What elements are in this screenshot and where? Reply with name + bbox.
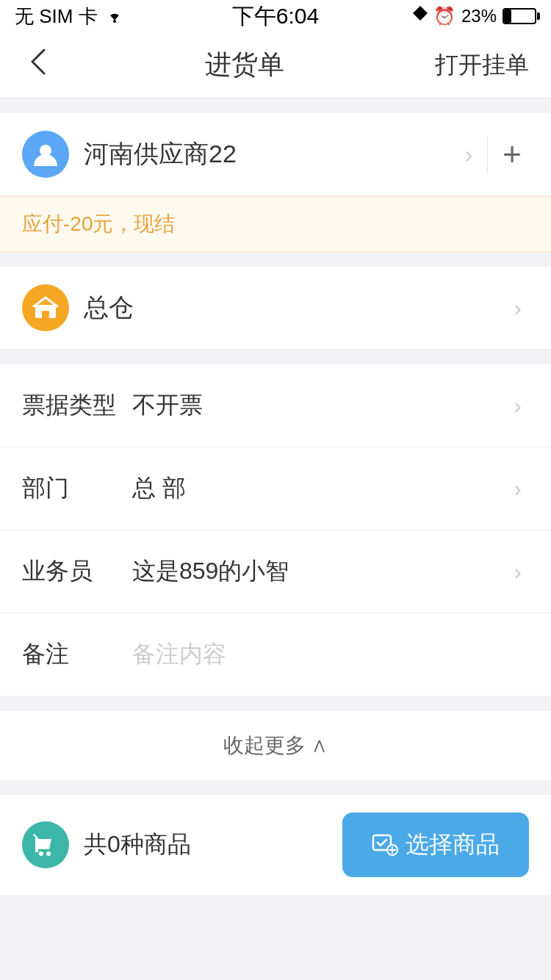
open-pending-button[interactable]: 打开挂单 — [435, 49, 529, 82]
product-summary: 共0种商品 — [22, 821, 191, 868]
collapse-toggle[interactable]: 收起更多 ∧ — [0, 710, 551, 780]
sales-value: 这是859的小智 — [125, 555, 514, 588]
divider — [487, 136, 488, 173]
warehouse-name: 总仓 — [84, 291, 514, 325]
nav-bar: 进货单 打开挂单 — [0, 32, 551, 98]
remark-input[interactable]: 备注内容 — [125, 638, 529, 671]
invoice-label: 票据类型 — [22, 389, 125, 422]
sales-row[interactable]: 业务员 这是859的小智 › — [0, 530, 551, 613]
cart-icon — [22, 821, 69, 868]
svg-point-5 — [39, 851, 43, 856]
status-left: 无 SIM 卡 — [15, 4, 126, 29]
select-btn-label: 选择商品 — [406, 829, 500, 861]
battery-icon — [503, 8, 536, 24]
dept-row[interactable]: 部门 总 部 › — [0, 447, 551, 530]
invoice-row[interactable]: 票据类型 不开票 › — [0, 364, 551, 447]
carrier-label: 无 SIM 卡 — [15, 4, 98, 29]
supplier-avatar — [22, 131, 69, 178]
warehouse-icon — [22, 284, 69, 331]
location-icon — [413, 6, 428, 26]
svg-rect-3 — [42, 311, 49, 318]
sales-chevron-icon: › — [514, 558, 522, 586]
remark-label: 备注 — [22, 638, 125, 671]
svg-rect-4 — [35, 837, 38, 852]
supplier-row[interactable]: 河南供应商22 › + — [0, 113, 551, 196]
bottom-bar: 共0种商品 选择商品 — [0, 795, 551, 895]
page-title: 进货单 — [205, 47, 284, 83]
remark-row[interactable]: 备注 备注内容 — [0, 613, 551, 696]
sales-label: 业务员 — [22, 555, 125, 588]
battery-percentage: 23% — [461, 6, 497, 26]
collapse-label: 收起更多 ∧ — [223, 734, 328, 757]
supplier-notice: 应付-20元，现结 — [0, 196, 551, 252]
dept-chevron-icon: › — [514, 475, 522, 502]
section-gap-1 — [0, 98, 551, 113]
add-supplier-button[interactable]: + — [495, 138, 529, 170]
supplier-name: 河南供应商22 — [84, 137, 465, 171]
svg-point-6 — [46, 851, 51, 856]
select-product-button[interactable]: 选择商品 — [342, 813, 529, 877]
form-section: 票据类型 不开票 › 部门 总 部 › 业务员 这是859的小智 › 备注 备注… — [0, 364, 551, 696]
warehouse-row[interactable]: 总仓 › — [0, 267, 551, 350]
status-time: 下午6:04 — [232, 1, 319, 32]
alarm-icon: ⏰ — [433, 6, 455, 26]
dept-label: 部门 — [22, 472, 125, 505]
supplier-card: 河南供应商22 › + 应付-20元，现结 — [0, 113, 551, 252]
wifi-icon — [104, 5, 126, 28]
back-button[interactable] — [22, 40, 54, 90]
supplier-chevron-icon: › — [465, 141, 473, 168]
status-right: ⏰ 23% — [413, 6, 536, 26]
invoice-chevron-icon: › — [514, 392, 522, 419]
svg-point-0 — [113, 20, 116, 23]
product-count-label: 共0种商品 — [84, 829, 191, 861]
warehouse-chevron-icon: › — [514, 295, 522, 322]
dept-value: 总 部 — [125, 472, 514, 505]
page-background — [0, 895, 551, 980]
invoice-value: 不开票 — [125, 389, 514, 422]
status-bar: 无 SIM 卡 下午6:04 ⏰ 23% — [0, 0, 551, 32]
